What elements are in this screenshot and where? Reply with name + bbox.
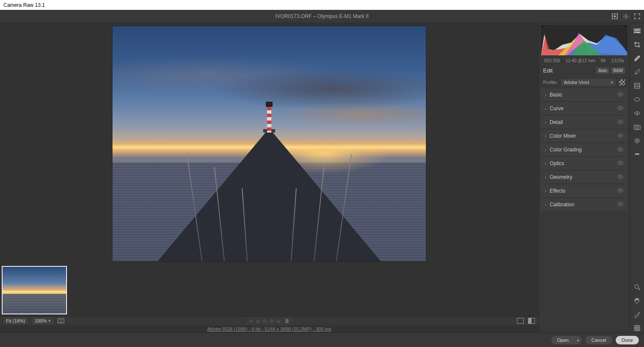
profile-row: Profile: Adobe Vivid▾ xyxy=(539,76,629,88)
svg-point-12 xyxy=(620,148,621,150)
star-2[interactable]: ☆ xyxy=(255,318,261,324)
svg-point-32 xyxy=(635,139,639,143)
panel-label: Optics xyxy=(550,160,617,166)
eye-icon[interactable] xyxy=(617,202,623,208)
svg-point-24 xyxy=(636,59,637,60)
panel-label: Geometry xyxy=(550,174,617,180)
eye-icon[interactable] xyxy=(617,133,623,139)
open-button[interactable]: Open xyxy=(551,336,575,344)
preview-toolbar: Fit (18%) 100%▾ ☆ ☆ ☆ ☆ ☆ 🗑 xyxy=(0,316,538,325)
adjustment-panels: ›Basic›Curve›Detail›Color Mixer›Color Gr… xyxy=(539,88,629,332)
cancel-button[interactable]: Cancel xyxy=(585,336,612,344)
exif-iso: ISO 200 xyxy=(544,58,560,63)
hand-tool-icon[interactable] xyxy=(633,296,641,305)
brush-tool-icon[interactable] xyxy=(633,68,641,76)
svg-point-18 xyxy=(620,190,621,191)
edit-tool-icon[interactable] xyxy=(633,27,641,35)
edit-title: Edit xyxy=(543,67,553,74)
document-header: IVOR0173.ORF – Olympus E-M1 Mark II xyxy=(0,10,644,23)
edit-header: Edit Auto B&W xyxy=(539,64,629,76)
panel-basic[interactable]: ›Basic xyxy=(541,88,628,102)
filmstrip xyxy=(0,264,538,316)
done-button[interactable]: Done xyxy=(616,336,639,344)
tool-rail: ••• xyxy=(629,23,644,332)
panel-curve[interactable]: ›Curve xyxy=(541,102,628,115)
eye-icon[interactable] xyxy=(617,92,623,98)
exif-shutter: 1/125s xyxy=(611,58,624,63)
more-tools-icon[interactable]: ••• xyxy=(633,150,641,159)
panel-effects[interactable]: ›Effects xyxy=(541,184,628,198)
chevron-right-icon: › xyxy=(545,120,546,125)
filmstrip-thumbnail[interactable] xyxy=(2,266,67,314)
save-icon[interactable] xyxy=(611,13,618,20)
rating-bar: ☆ ☆ ☆ ☆ ☆ 🗑 xyxy=(245,317,293,326)
eye-icon[interactable] xyxy=(617,160,623,166)
star-4[interactable]: ☆ xyxy=(269,318,274,324)
eye-icon[interactable] xyxy=(617,119,623,125)
profile-select[interactable]: Adobe Vivid▾ xyxy=(561,79,616,86)
star-3[interactable]: ☆ xyxy=(262,318,267,324)
crop-tool-icon[interactable] xyxy=(633,40,641,49)
chevron-right-icon: › xyxy=(545,148,546,152)
star-5[interactable]: ☆ xyxy=(276,318,281,324)
svg-point-16 xyxy=(620,176,621,177)
radial-tool-icon[interactable] xyxy=(633,95,641,104)
histogram[interactable] xyxy=(539,23,629,57)
star-1[interactable]: ☆ xyxy=(249,318,254,324)
grid-tool-icon[interactable] xyxy=(633,324,641,332)
panel-geometry[interactable]: ›Geometry xyxy=(541,171,628,184)
panel-label: Curve xyxy=(550,106,617,112)
chevron-right-icon: › xyxy=(545,175,546,180)
app-title: Camera Raw 13.1 xyxy=(3,2,45,8)
footer-bar: Open ▾ Cancel Done xyxy=(0,332,644,347)
open-dropdown-button[interactable]: ▾ xyxy=(574,336,582,344)
profile-label: Profile: xyxy=(543,80,558,85)
workflow-options-link[interactable]: Adobe RGB (1998) - 8 bit - 5184 x 3888 (… xyxy=(207,326,331,332)
exif-lens: 12-40 @12 mm xyxy=(565,58,595,63)
window-titlebar: Camera Raw 13.1 xyxy=(0,0,644,10)
fullscreen-icon[interactable] xyxy=(634,13,641,20)
sampler-tool-icon[interactable] xyxy=(633,310,641,319)
panel-detail[interactable]: ›Detail xyxy=(541,116,628,129)
panel-label: Color Mixer xyxy=(550,133,617,139)
bw-button[interactable]: B&W xyxy=(611,67,625,74)
panel-calibration[interactable]: ›Calibration xyxy=(541,198,628,211)
exif-aperture: f/8 xyxy=(601,58,605,63)
svg-point-14 xyxy=(620,162,621,163)
preset-tool-icon[interactable] xyxy=(633,136,641,145)
svg-line-35 xyxy=(638,288,640,290)
eye-icon[interactable] xyxy=(617,174,623,180)
svg-point-27 xyxy=(635,98,640,101)
eye-icon[interactable] xyxy=(617,106,623,112)
svg-point-22 xyxy=(635,30,636,31)
svg-point-25 xyxy=(638,57,638,58)
trash-icon[interactable]: 🗑 xyxy=(285,318,290,324)
panel-label: Effects xyxy=(550,188,617,194)
profile-browser-icon[interactable] xyxy=(619,79,625,85)
panel-color-mixer[interactable]: ›Color Mixer xyxy=(541,130,628,143)
gear-icon[interactable] xyxy=(623,13,629,20)
chevron-right-icon: › xyxy=(545,189,546,193)
heal-tool-icon[interactable] xyxy=(633,54,641,63)
eye-icon[interactable] xyxy=(617,188,623,194)
panel-optics[interactable]: ›Optics xyxy=(541,157,628,170)
compare-icon[interactable] xyxy=(58,317,64,324)
zoom-fit-select[interactable]: Fit (18%) xyxy=(3,317,28,324)
document-filename: IVOR0173.ORF – Olympus E-M1 Mark II xyxy=(275,13,368,19)
split-view-icon[interactable] xyxy=(528,318,535,324)
image-preview[interactable] xyxy=(112,26,426,262)
eye-icon[interactable] xyxy=(617,147,623,153)
workflow-link-bar: Adobe RGB (1998) - 8 bit - 5184 x 3888 (… xyxy=(0,325,538,332)
panel-color-grading[interactable]: ›Color Grading xyxy=(541,143,628,157)
zoom-100-select[interactable]: 100%▾ xyxy=(32,317,53,324)
snapshot-tool-icon[interactable] xyxy=(633,123,641,131)
redeye-tool-icon[interactable] xyxy=(633,109,641,118)
svg-point-10 xyxy=(620,135,621,136)
chevron-right-icon: › xyxy=(545,161,546,166)
zoom-tool-icon[interactable] xyxy=(633,283,641,291)
panel-label: Basic xyxy=(550,92,617,98)
auto-button[interactable]: Auto xyxy=(596,67,610,74)
gradient-tool-icon[interactable] xyxy=(633,81,641,90)
single-view-icon[interactable] xyxy=(517,318,524,324)
panel-label: Calibration xyxy=(550,202,617,208)
